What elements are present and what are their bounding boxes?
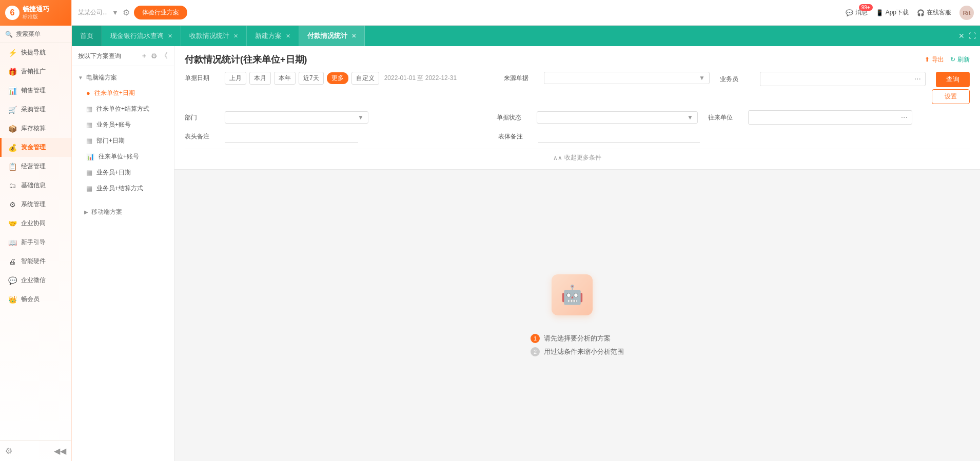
export-icon: ⬆ (925, 56, 930, 63)
tab-maximize-icon[interactable]: ⛶ (969, 32, 976, 40)
refresh-button[interactable]: ↻ 刷新 (950, 55, 970, 64)
body-note-input[interactable] (538, 131, 700, 143)
sidebar-item-quick-nav[interactable]: ⚡ 快捷导航 (0, 43, 71, 62)
sidebar-item-label: 智能硬件 (21, 257, 46, 266)
sidebar-item-capital[interactable]: 💰 资金管理 (0, 138, 71, 157)
partner-date-icon: ● (86, 89, 90, 97)
sidebar-item-operations[interactable]: 📋 经营管理 (0, 157, 71, 176)
receipt-stats-tab-close-icon[interactable]: ✕ (233, 33, 238, 39)
schema-item-partner-settlement[interactable]: ▦ 往来单位+结算方式 (72, 101, 174, 117)
content-area: 按以下方案查询 ＋ ⚙ 《 ▼ 电脑端方案 ● 往来单位+日期 (72, 46, 980, 461)
sidebar-item-hardware[interactable]: 🖨 智能硬件 (0, 252, 71, 271)
sidebar-logo: 6 畅捷通巧 标准版 (0, 0, 71, 26)
search-menu[interactable]: 🔍 搜索菜单 (0, 26, 71, 43)
schema-mobile-section: ▶ 移动端方案 (72, 201, 174, 224)
sidebar-item-label: 基础信息 (21, 181, 46, 190)
sidebar-item-guide[interactable]: 📖 新手引导 (0, 233, 71, 252)
app-download-action[interactable]: 📱 App下载 (876, 8, 909, 17)
doc-status-select[interactable]: ▼ (537, 111, 698, 124)
schema-item-label: 业务员+账号 (96, 121, 131, 129)
sidebar-item-label: 采购管理 (21, 105, 46, 114)
quick-nav-icon: ⚡ (8, 49, 17, 57)
dept-select[interactable]: ▼ (225, 111, 368, 124)
pc-section-label: 电脑端方案 (86, 73, 117, 82)
dept-filter-label: 部门 (185, 113, 221, 122)
settings-gear-icon[interactable]: ⚙ (123, 8, 130, 17)
tab-new-plan[interactable]: 新建方案 ✕ (247, 26, 299, 46)
schema-collapse-icon[interactable]: 《 (161, 51, 168, 61)
partner-account-icon: 📊 (86, 153, 94, 161)
date-btn-7days[interactable]: 近7天 (299, 72, 324, 85)
date-btn-more[interactable]: 更多 (327, 72, 348, 84)
sidebar-item-system[interactable]: ⚙ 系统管理 (0, 195, 71, 214)
sidebar-item-member[interactable]: 👑 畅会员 (0, 290, 71, 309)
query-button[interactable]: 查询 (936, 72, 970, 87)
tab-payment-stats[interactable]: 付款情况统计 ✕ (299, 26, 365, 46)
schema-mobile-title[interactable]: ▶ 移动端方案 (72, 205, 174, 219)
schema-item-dept-date[interactable]: ▦ 部门+日期 (72, 133, 174, 149)
phone-icon: 📱 (876, 9, 884, 16)
partner-more-icon[interactable]: ··· (901, 113, 908, 122)
header-note-input[interactable] (225, 131, 358, 143)
right-panel: 付款情况统计(往来单位+日期) ⬆ 导出 ↻ 刷新 (174, 46, 980, 461)
bank-flow-tab-close-icon[interactable]: ✕ (168, 33, 172, 39)
online-service-action[interactable]: 🎧 在线客服 (917, 8, 951, 17)
schema-pc-title[interactable]: ▼ 电脑端方案 (72, 70, 174, 85)
tab-receipt-stats[interactable]: 收款情况统计 ✕ (181, 26, 247, 46)
schema-add-icon[interactable]: ＋ (141, 51, 148, 61)
message-icon: 💬 (846, 9, 853, 16)
sidebar-item-basics[interactable]: 🗂 基础信息 (0, 176, 71, 195)
hardware-icon: 🖨 (8, 257, 17, 266)
schema-item-staff-date[interactable]: ▦ 业务员+日期 (72, 165, 174, 181)
schema-settings-icon[interactable]: ⚙ (151, 52, 158, 60)
dept-dropdown-icon: ▼ (358, 114, 364, 121)
partner-select[interactable]: ··· (748, 110, 912, 125)
tab-close-all-icon[interactable]: ✕ (958, 32, 965, 40)
sidebar-item-purchase[interactable]: 🛒 采购管理 (0, 100, 71, 119)
date-btn-custom[interactable]: 自定义 (351, 72, 379, 85)
sidebar-item-wechat[interactable]: 💬 企业微信 (0, 271, 71, 290)
sidebar-item-label: 资金管理 (21, 143, 46, 152)
filter-settings-button[interactable]: 设置 (932, 89, 970, 104)
online-service-label: 在线客服 (927, 8, 951, 17)
tab-home[interactable]: 首页 (72, 26, 102, 46)
date-btn-last-month[interactable]: 上月 (225, 72, 246, 85)
collapse-more-btn[interactable]: ∧∧ 收起更多条件 (185, 149, 970, 162)
staff-more-icon[interactable]: ··· (914, 74, 921, 84)
app-name: 畅捷通巧 (23, 5, 49, 13)
dropdown-arrow-icon[interactable]: ▼ (112, 9, 119, 16)
footer-collapse-icon[interactable]: ◀◀ (54, 446, 66, 456)
sidebar-item-inventory[interactable]: 📦 库存核算 (0, 119, 71, 138)
topbar: 某某公司... ▼ ⚙ 体验行业方案 💬 消息 99+ 📱 App下载 🎧 在线… (72, 0, 980, 26)
search-menu-label: 搜索菜单 (16, 30, 41, 38)
footer-settings-icon[interactable]: ⚙ (5, 446, 12, 456)
schema-item-label: 往来单位+结算方式 (96, 105, 149, 113)
empty-state: 🤖 1 请先选择要分析的方案 2 用过滤条件来缩小分析范围 (174, 170, 980, 461)
staff-select[interactable]: ··· (760, 72, 926, 86)
schema-item-partner-date[interactable]: ● 往来单位+日期 (72, 85, 174, 101)
schema-item-partner-account[interactable]: 📊 往来单位+账号 (72, 149, 174, 165)
schema-item-staff-account[interactable]: ▦ 业务员+账号 (72, 117, 174, 133)
schema-item-staff-settlement[interactable]: ▦ 业务员+结算方式 (72, 181, 174, 196)
tab-bank-flow[interactable]: 现金银行流水查询 ✕ (102, 26, 181, 46)
page-title: 付款情况统计(往来单位+日期) (185, 53, 307, 66)
payment-stats-tab-close-icon[interactable]: ✕ (351, 33, 356, 39)
sidebar-item-sales[interactable]: 📊 销售管理 (0, 81, 71, 100)
trial-btn[interactable]: 体验行业方案 (134, 6, 187, 19)
basics-icon: 🗂 (8, 182, 17, 190)
user-avatar[interactable]: Rit (959, 6, 974, 20)
notification-action[interactable]: 💬 消息 99+ (846, 8, 868, 17)
source-dropdown-icon: ▼ (699, 74, 705, 82)
tabbar-actions: ✕ ⛶ (954, 26, 980, 46)
sidebar-item-marketing[interactable]: 🎁 营销推广 (0, 62, 71, 81)
new-plan-tab-close-icon[interactable]: ✕ (286, 33, 290, 39)
export-button[interactable]: ⬆ 导出 (925, 55, 944, 64)
receipt-stats-tab-label: 收款情况统计 (189, 31, 229, 41)
date-btn-this-year[interactable]: 本年 (274, 72, 296, 85)
app-download-label: App下载 (886, 8, 909, 17)
date-btn-this-month[interactable]: 本月 (249, 72, 271, 85)
headset-icon: 🎧 (917, 9, 925, 16)
source-select[interactable]: ▼ (544, 72, 710, 84)
sidebar-item-label: 系统管理 (21, 200, 46, 209)
sidebar-item-enterprise[interactable]: 🤝 企业协同 (0, 214, 71, 233)
